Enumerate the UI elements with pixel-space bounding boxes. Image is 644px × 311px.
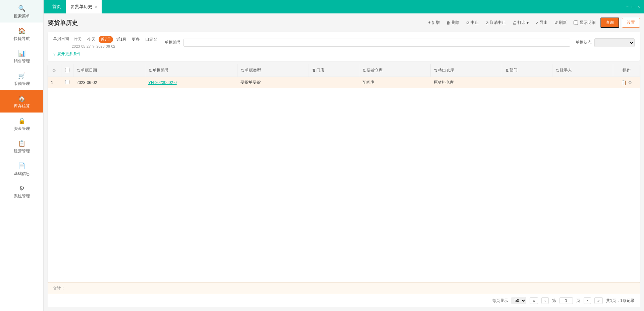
system-icon: ⚙: [19, 185, 24, 192]
summary-bar: 合计：: [48, 282, 640, 294]
page-title: 要货单历史: [48, 19, 78, 27]
page-label: 第: [552, 298, 556, 304]
date-1month-btn[interactable]: 近1月: [114, 36, 129, 43]
row-actions: 📋 ⚙: [613, 77, 640, 88]
display-detail-button[interactable]: 显示明细: [572, 18, 598, 27]
col-action: 操作: [613, 64, 640, 77]
col-checkbox: [61, 64, 73, 77]
cancel-suspend-icon: ⊘: [485, 20, 489, 25]
date-yesterday-btn[interactable]: 昨天: [72, 36, 84, 43]
suspend-button[interactable]: ⊘ 中止: [464, 18, 481, 27]
sidebar-item-finance[interactable]: 🔒 资金管理: [0, 113, 43, 135]
print-icon: 🖨: [513, 20, 517, 25]
row-number-link[interactable]: YH-20230602-0: [148, 80, 177, 85]
delete-button[interactable]: 🗑 删除: [444, 18, 462, 27]
total-records-text: 共1页，1条记录: [606, 298, 635, 304]
doc-status-select[interactable]: [594, 38, 635, 47]
col-type: ⇅ 单据类型: [237, 64, 309, 77]
filter-row: 单据日期 昨天 今天 近7天 近1月 更多 自定义 2023-05-27 至 2…: [53, 36, 635, 49]
new-button[interactable]: + 新增: [426, 18, 442, 27]
col-handler: ⇅ 经手人: [552, 64, 613, 77]
toolbar: + 新增 🗑 删除 ⊘ 中止 ⊘ 取消中止 🖨 打印 ▾: [426, 17, 640, 28]
sidebar-item-system[interactable]: ⚙ 系统管理: [0, 180, 43, 203]
col-pending-warehouse: ⇅ 待出仓库: [430, 64, 502, 77]
suspend-icon: ⊘: [466, 20, 470, 25]
sidebar-item-operation[interactable]: 📋 经营管理: [0, 135, 43, 158]
query-button[interactable]: 查询: [600, 17, 619, 28]
col-store: ⇅ 门店: [309, 64, 359, 77]
tab-close-icon[interactable]: ×: [95, 5, 97, 9]
date-more-btn[interactable]: 更多: [130, 36, 142, 43]
select-all-checkbox[interactable]: [65, 68, 69, 72]
top-right-controls: − □ ×: [626, 4, 640, 9]
date-today-btn[interactable]: 今天: [85, 36, 97, 43]
row-pending-warehouse: 原材料仓库: [430, 77, 502, 88]
refresh-icon: ↺: [554, 20, 558, 25]
row-number: YH-20230602-0: [145, 77, 237, 88]
row-req-warehouse: 车间库: [359, 77, 430, 88]
basic-info-icon: 📄: [18, 162, 25, 170]
export-button[interactable]: ↗ 导出: [533, 18, 550, 27]
row-no: 1: [48, 77, 61, 88]
expand-filter-button[interactable]: ∨ 展开更多条件: [53, 51, 635, 57]
last-page-button[interactable]: »: [594, 297, 603, 304]
edit-action-icon[interactable]: 📋: [621, 80, 627, 85]
per-page-select[interactable]: 50: [512, 297, 526, 304]
settings-button[interactable]: 设置: [622, 18, 640, 28]
doc-status-label: 单据状态: [576, 40, 592, 45]
restore-button[interactable]: □: [632, 4, 634, 9]
row-date: 2023-06-02: [73, 77, 145, 88]
date-filter-label: 单据日期: [53, 36, 69, 42]
sidebar-item-basic-info[interactable]: 📄 基础信息: [0, 158, 43, 180]
inventory-icon: 🏠: [18, 95, 25, 102]
date-range-text: 2023-05-27 至 2023-06-02: [72, 44, 159, 49]
sidebar-item-search-menu[interactable]: 🔍 搜索菜单: [0, 0, 43, 23]
close-window-button[interactable]: ×: [638, 4, 640, 9]
col-department: ⇅ 部门: [502, 64, 552, 77]
col-req-warehouse: ⇅ 要货仓库: [359, 64, 430, 77]
sidebar-item-purchase[interactable]: 🛒 采购管理: [0, 68, 43, 90]
table-row[interactable]: 1 2023-06-02 YH-20230602-0 要货单要货 车间库 原材料…: [48, 77, 640, 88]
prev-page-button[interactable]: ‹: [541, 297, 549, 304]
tab-active[interactable]: 要货单历史 ×: [66, 0, 102, 13]
doc-status-filter-group: 单据状态: [576, 38, 635, 47]
table-header-row: ⚙ ⇅ 单据日期 ⇅: [48, 64, 640, 77]
doc-number-filter-group: 单据编号: [165, 39, 570, 47]
row-checkbox[interactable]: [65, 80, 69, 84]
sidebar-item-inventory[interactable]: 🏠 库存核算: [0, 90, 43, 113]
display-detail-checkbox[interactable]: [574, 20, 578, 25]
pagination-bar: 每页显示 50 « ‹ 第 页 › » 共1页，1条记录: [48, 294, 640, 307]
sales-icon: 📊: [18, 50, 25, 57]
col-date: ⇅ 单据日期: [73, 64, 145, 77]
date-filter-group: 单据日期 昨天 今天 近7天 近1月 更多 自定义 2023-05-27 至 2…: [53, 36, 159, 49]
minimize-button[interactable]: −: [626, 4, 629, 9]
chevron-down-icon: ∨: [53, 52, 56, 56]
sidebar-item-sales[interactable]: 📊 销售管理: [0, 45, 43, 68]
next-page-button[interactable]: ›: [584, 297, 591, 304]
filter-bar: 单据日期 昨天 今天 近7天 近1月 更多 自定义 2023-05-27 至 2…: [48, 32, 640, 61]
more-action-icon[interactable]: ⚙: [628, 80, 632, 85]
row-type: 要货单要货: [237, 77, 309, 88]
table-body: 1 2023-06-02 YH-20230602-0 要货单要货 车间库 原材料…: [48, 77, 640, 88]
export-icon: ↗: [535, 20, 539, 25]
operation-icon: 📋: [18, 140, 25, 147]
page-number-input[interactable]: [559, 297, 573, 304]
refresh-button[interactable]: ↺ 刷新: [552, 18, 569, 27]
first-page-button[interactable]: «: [530, 297, 538, 304]
cancel-suspend-button[interactable]: ⊘ 取消中止: [483, 18, 508, 27]
col-number: ⇅ 单据编号: [145, 64, 237, 77]
delete-icon: 🗑: [446, 20, 450, 25]
date-custom-btn[interactable]: 自定义: [143, 36, 159, 43]
per-page-label: 每页显示: [492, 298, 508, 304]
col-settings: ⚙: [48, 64, 61, 77]
column-settings-icon[interactable]: ⚙: [52, 68, 56, 73]
page-header: 要货单历史 + 新增 🗑 删除 ⊘ 中止 ⊘ 取消中止 🖨 打印: [48, 17, 640, 28]
tab-home[interactable]: 首页: [48, 0, 66, 13]
purchase-icon: 🛒: [18, 72, 25, 80]
date-7days-btn[interactable]: 近7天: [99, 36, 113, 43]
sidebar-item-quick-nav[interactable]: 🏠 快捷导航: [0, 23, 43, 45]
action-icons-group: 📋 ⚙: [616, 80, 637, 85]
doc-number-input[interactable]: [183, 39, 570, 47]
content-area: 要货单历史 + 新增 🗑 删除 ⊘ 中止 ⊘ 取消中止 🖨 打印: [44, 13, 644, 311]
print-button[interactable]: 🖨 打印 ▾: [511, 18, 531, 27]
